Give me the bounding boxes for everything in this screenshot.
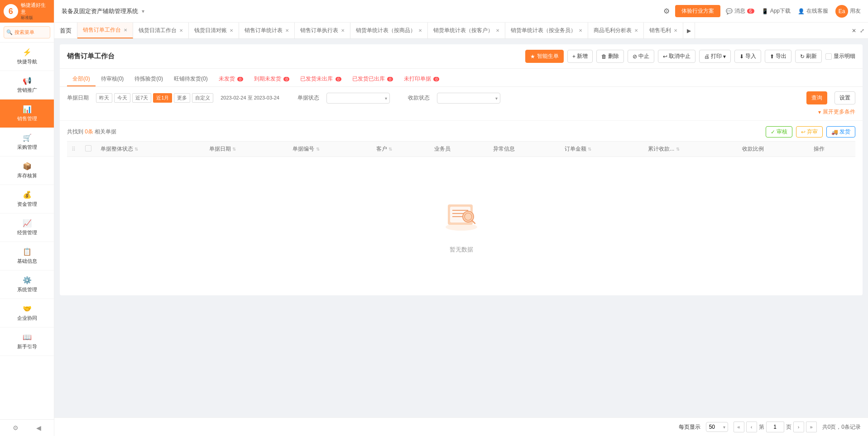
sub-tab-unprinted[interactable]: 未打印单据 0 <box>398 72 445 86</box>
export-button[interactable]: ⬆ 导出 <box>765 50 791 63</box>
sidebar-item-sales[interactable]: 📊 销售管理 <box>0 100 54 128</box>
print-button[interactable]: 🖨 打印 ▾ <box>699 50 731 63</box>
settings-icon[interactable]: ⚙ <box>13 424 19 431</box>
page-next-button[interactable]: › <box>793 422 804 432</box>
sub-tab-wangpu-ship[interactable]: 旺铺待发货(0) <box>168 72 213 86</box>
solution-button[interactable]: 体验行业方案 <box>675 5 720 17</box>
import-button[interactable]: ⬇ 导入 <box>734 50 761 63</box>
tab-close-icon[interactable]: ✕ <box>634 28 638 33</box>
tab-sales-profit[interactable]: 销售毛利 ✕ <box>644 23 683 38</box>
sub-tab-all[interactable]: 全部(0) <box>67 72 96 86</box>
tabs-expand-icon[interactable]: ⤢ <box>860 28 864 34</box>
sidebar-item-quick-nav[interactable]: ⚡ 快捷导航 <box>0 43 54 71</box>
tab-home[interactable]: 首页 <box>54 23 77 38</box>
table-header-row: ⠿ 单据整体状态 ⇅ 单据日期 ⇅ <box>67 142 855 157</box>
tab-close-icon[interactable]: ✕ <box>341 28 345 33</box>
date-btn-more[interactable]: 更多 <box>174 93 190 103</box>
shipped-not-out-badge: 0 <box>336 77 341 81</box>
th-number[interactable]: 单据编号 ⇅ <box>288 142 371 157</box>
sub-tab-unshipped[interactable]: 未发货 0 <box>213 72 249 86</box>
tabs-close-all-icon[interactable]: ✕ <box>852 28 856 34</box>
payment-select[interactable] <box>437 93 500 104</box>
th-collected[interactable]: 累计收款... ⇅ <box>643 142 738 157</box>
tab-cash-daily[interactable]: 钱货日清工作台 ✕ <box>133 23 189 38</box>
date-btn-1month[interactable]: 近1月 <box>153 93 172 103</box>
tab-sales-summary-product[interactable]: 销货单统计表（按商品） ✕ <box>350 23 428 38</box>
date-btn-custom[interactable]: 自定义 <box>192 93 213 103</box>
sidebar-item-basic[interactable]: 📋 基础信息 <box>0 242 54 270</box>
tabs-more-button[interactable]: ▶ <box>683 23 695 38</box>
th-amount[interactable]: 订单金额 ⇅ <box>560 142 643 157</box>
tab-sales-stats[interactable]: 销售订单统计表 ✕ <box>239 23 295 38</box>
status-select[interactable] <box>326 93 390 104</box>
sidebar-item-inventory[interactable]: 📦 库存核算 <box>0 156 54 185</box>
tab-sales-summary-customer[interactable]: 销货单统计表（按客户） ✕ <box>428 23 505 38</box>
date-buttons: 昨天 今天 近7天 近1月 更多 自定义 <box>96 93 213 103</box>
tab-product-margin[interactable]: 商品毛利分析表 ✕ <box>588 23 644 38</box>
query-button[interactable]: 查询 <box>806 91 827 104</box>
date-btn-today[interactable]: 今天 <box>114 93 130 103</box>
tab-close-icon[interactable]: ✕ <box>418 28 422 33</box>
delete-button[interactable]: 🗑 删除 <box>596 50 624 63</box>
sidebar-item-purchase[interactable]: 🛒 采购管理 <box>0 128 54 156</box>
select-all-checkbox[interactable] <box>85 145 91 152</box>
sidebar-item-guide[interactable]: 📖 新手引导 <box>0 327 54 356</box>
sidebar-item-finance[interactable]: 💰 资金管理 <box>0 185 54 213</box>
expand-more-button[interactable]: ▾ 展开更多条件 <box>818 108 855 116</box>
sidebar-item-marketing[interactable]: 📢 营销推广 <box>0 71 54 100</box>
collapse-icon[interactable]: ◀ <box>36 424 41 431</box>
stop-button[interactable]: ⊘ 中止 <box>628 50 654 63</box>
date-btn-7days[interactable]: 近7天 <box>132 93 151 103</box>
page-prev-button[interactable]: ‹ <box>746 422 757 432</box>
unaudit-button[interactable]: ↩ 弃审 <box>796 126 823 137</box>
date-btn-yesterday[interactable]: 昨天 <box>96 93 112 103</box>
phone-icon: 📱 <box>762 8 768 14</box>
sub-tab-pending-review[interactable]: 待审核(0) <box>96 72 129 86</box>
topbar-settings-icon[interactable]: ⚙ <box>663 7 670 15</box>
show-detail-checkbox[interactable] <box>825 53 832 60</box>
sidebar-item-operations[interactable]: 📈 经营管理 <box>0 213 54 242</box>
tab-close-icon[interactable]: ✕ <box>285 28 289 33</box>
sub-tab-shipped-not-out[interactable]: 已发货未出库 0 <box>295 72 346 86</box>
tab-close-icon[interactable]: ✕ <box>579 28 582 33</box>
sub-tab-shipped-out[interactable]: 已发货已出库 0 <box>347 72 398 86</box>
tab-sales-summary-staff[interactable]: 销货单统计表（按业务员） ✕ <box>505 23 588 38</box>
sub-tab-expired-unshipped[interactable]: 到期未发货 0 <box>249 72 295 86</box>
th-ratio: 收款比例 <box>738 142 809 157</box>
tab-sales-exec[interactable]: 销售订单执行表 ✕ <box>295 23 350 38</box>
audit-button[interactable]: ✓ 审核 <box>766 126 792 137</box>
tab-sales-order[interactable]: 销售订单工作台 ✕ <box>77 23 133 38</box>
tab-close-icon[interactable]: ✕ <box>674 28 677 33</box>
sidebar-item-system[interactable]: ⚙️ 系统管理 <box>0 270 54 299</box>
th-status[interactable]: 单据整体状态 ⇅ <box>96 142 205 157</box>
tab-close-icon[interactable]: ✕ <box>230 28 233 33</box>
cancel-stop-button[interactable]: ↩ 取消中止 <box>658 50 695 63</box>
topbar-expand-icon[interactable]: ▾ <box>142 8 144 14</box>
th-customer[interactable]: 客户 ⇅ <box>372 142 430 157</box>
settings-button[interactable]: 设置 <box>834 91 855 104</box>
unshipped-badge: 0 <box>237 77 243 81</box>
page-last-button[interactable]: » <box>806 422 817 432</box>
th-date[interactable]: 单据日期 ⇅ <box>205 142 288 157</box>
online-service-button[interactable]: 👤 在线客服 <box>798 7 828 15</box>
tab-cash-reconcile[interactable]: 钱货日清对账 ✕ <box>189 23 239 38</box>
message-button[interactable]: 💬 消息 6 <box>726 7 754 15</box>
smart-create-button[interactable]: ★ 智能生单 <box>525 50 564 63</box>
app-download-button[interactable]: 📱 App下载 <box>762 7 791 15</box>
tab-close-icon[interactable]: ✕ <box>179 28 183 33</box>
page-number-input[interactable] <box>766 422 784 432</box>
user-profile[interactable]: Ea 用友 <box>835 5 861 18</box>
ship-button[interactable]: 🚚 发货 <box>826 126 855 137</box>
refresh-button[interactable]: ↻ 刷新 <box>795 50 822 63</box>
sidebar-item-enterprise[interactable]: 🤝 企业协同 <box>0 299 54 327</box>
th-checkbox[interactable] <box>81 142 96 157</box>
search-menu-button[interactable]: 🔍 搜索菜单 <box>4 26 50 38</box>
sub-tab-pending-inspect[interactable]: 待拣验货(0) <box>129 72 168 86</box>
page-first-button[interactable]: « <box>734 422 744 432</box>
tab-close-icon[interactable]: ✕ <box>496 28 499 33</box>
new-button[interactable]: + 新增 <box>567 50 593 63</box>
tab-close-icon[interactable]: ✕ <box>124 28 127 33</box>
page-label: 页 <box>786 423 791 431</box>
print-dropdown-icon: ▾ <box>723 53 726 60</box>
page-size-select[interactable]: 20 50 100 <box>706 422 728 432</box>
